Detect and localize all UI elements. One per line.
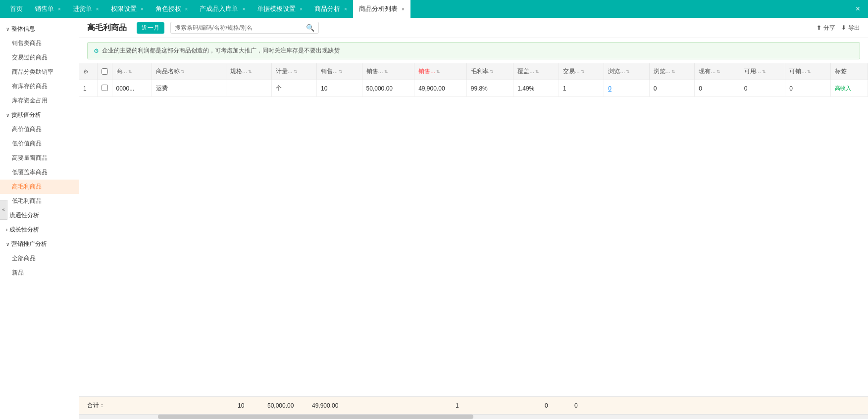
- sidebar-item-inventory-capital[interactable]: 库存资金占用: [0, 93, 79, 108]
- info-bar: ⚙ 企业的主要的利润都是这部分商品创造的，可考虑加大推广，同时关注库存是不要出现…: [87, 42, 860, 59]
- sidebar-item-high-value[interactable]: 高价值商品: [0, 122, 79, 137]
- sidebar-group-growth[interactable]: › 成长性分析: [0, 223, 79, 237]
- footer-browse2: [511, 402, 541, 409]
- cell-sales-qty: 10: [317, 80, 362, 97]
- cell-gross-margin: 99.8%: [466, 80, 513, 97]
- col-sales-qty[interactable]: 销售... ⇅: [317, 63, 362, 80]
- cell-coverage: 1.49%: [513, 80, 559, 97]
- nav-product-analysis-list[interactable]: 商品分析列表 ×: [353, 0, 410, 18]
- nav-product-inbound[interactable]: 产成品入库单 ×: [194, 0, 251, 18]
- col-unit[interactable]: 计量... ⇅: [271, 63, 317, 80]
- sidebar-item-category-rate[interactable]: 商品分类助销率: [0, 65, 79, 79]
- sidebar-item-high-margin[interactable]: 高毛利商品: [0, 180, 79, 194]
- nav-purchase-order[interactable]: 进货单 ×: [67, 0, 105, 18]
- cell-unit: 个: [271, 80, 317, 97]
- sidebar-group-overview[interactable]: ∨ 整体信息: [0, 22, 79, 36]
- nav-sales-order[interactable]: 销售单 ×: [29, 0, 67, 18]
- bottom-scrollbar[interactable]: [79, 414, 868, 419]
- col-name[interactable]: 商品名称 ⇅: [152, 63, 226, 80]
- col-sales-cost[interactable]: 销售... ⇅: [414, 63, 467, 80]
- sort-icon: ⇅: [248, 69, 252, 74]
- cell-checkbox[interactable]: [97, 80, 112, 97]
- footer-current-stock: 0: [541, 402, 570, 409]
- col-spec[interactable]: 规格... ⇅: [226, 63, 272, 80]
- nav-product-analysis[interactable]: 商品分析 ×: [308, 0, 353, 18]
- sort-icon: ⇅: [181, 69, 185, 74]
- sort-icon: ⇅: [384, 69, 388, 74]
- col-settings[interactable]: ⚙: [79, 63, 97, 80]
- close-icon[interactable]: ×: [58, 6, 61, 12]
- share-button[interactable]: ⬆ 分享: [817, 24, 835, 32]
- info-icon: ⚙: [94, 47, 99, 54]
- sort-icon: ⇅: [294, 69, 298, 74]
- close-icon[interactable]: ×: [141, 6, 144, 12]
- footer-bar: 合计： 10 50,000.00 49,900.00 1 0 0: [79, 396, 868, 414]
- nav-permission-settings[interactable]: 权限设置 ×: [105, 0, 150, 18]
- sidebar-item-all-products[interactable]: 全部商品: [0, 251, 79, 266]
- sidebar-item-sales-products[interactable]: 销售类商品: [0, 36, 79, 50]
- chevron-down-icon: ∨: [6, 241, 9, 247]
- recent-month-button[interactable]: 近一月: [137, 22, 164, 34]
- sidebar-group-liquidity[interactable]: › 流通性分析: [0, 208, 79, 223]
- sort-icon: ⇅: [436, 69, 440, 74]
- close-icon[interactable]: ×: [96, 6, 99, 12]
- footer-available: 0: [570, 402, 600, 409]
- top-navigation: 首页 销售单 × 进货单 × 权限设置 × 角色授权 × 产成品入库单 × 单据…: [0, 0, 868, 18]
- col-coverage[interactable]: 覆盖... ⇅: [513, 63, 559, 80]
- col-checkbox[interactable]: [97, 63, 112, 80]
- col-available[interactable]: 可用... ⇅: [740, 63, 785, 80]
- scrollbar-thumb[interactable]: [158, 415, 473, 419]
- cell-browse1[interactable]: 0: [604, 80, 650, 97]
- col-browse2[interactable]: 浏览... ⇅: [649, 63, 695, 80]
- col-transaction[interactable]: 交易... ⇅: [559, 63, 604, 80]
- sort-icon: ⇅: [535, 69, 539, 74]
- sidebar-item-low-margin[interactable]: 低毛利商品: [0, 194, 79, 208]
- col-sales-amount[interactable]: 销售... ⇅: [362, 63, 414, 80]
- nav-template-settings[interactable]: 单据模板设置 ×: [251, 0, 308, 18]
- chevron-down-icon: ∨: [6, 112, 9, 118]
- nav-role-auth[interactable]: 角色授权 ×: [150, 0, 194, 18]
- export-icon: ⬇: [841, 24, 846, 31]
- sort-icon: ⇅: [490, 69, 494, 74]
- select-all-checkbox[interactable]: [102, 68, 108, 75]
- sidebar-collapse-button[interactable]: «: [0, 200, 7, 220]
- row-checkbox[interactable]: [102, 85, 108, 91]
- cell-sales-cost: 49,900.00: [414, 80, 467, 97]
- sidebar-item-high-coverage[interactable]: 高要量窗商品: [0, 151, 79, 165]
- sidebar-item-low-value[interactable]: 低价值商品: [0, 137, 79, 151]
- close-icon[interactable]: ×: [242, 6, 245, 12]
- sidebar-group-contribution[interactable]: ∨ 贡献值分析: [0, 108, 79, 122]
- sidebar-item-traded-products[interactable]: 交易过的商品: [0, 50, 79, 65]
- col-tag[interactable]: 标签: [830, 63, 868, 80]
- search-icon[interactable]: 🔍: [306, 24, 314, 32]
- col-code[interactable]: 商... ⇅: [112, 63, 152, 80]
- cell-spec: [226, 80, 272, 97]
- sidebar-item-in-stock[interactable]: 有库存的商品: [0, 79, 79, 93]
- sort-icon: ⇅: [581, 69, 585, 74]
- export-button[interactable]: ⬇ 导出: [841, 24, 860, 32]
- col-browse1[interactable]: 浏览... ⇅: [604, 63, 650, 80]
- close-icon[interactable]: ×: [402, 6, 405, 12]
- table-row: 1 0000... 运费 个 10 50,000.00 49,900.00 99…: [79, 80, 868, 97]
- col-saleable[interactable]: 可销... ⇅: [785, 63, 831, 80]
- footer-spacer1: [115, 402, 234, 409]
- page-title: 高毛利商品: [87, 23, 127, 33]
- cell-browse2: 0: [649, 80, 695, 97]
- col-current-stock[interactable]: 现有... ⇅: [695, 63, 740, 80]
- sidebar-group-marketing[interactable]: ∨ 营销推广分析: [0, 237, 79, 251]
- cell-saleable: 0: [785, 80, 831, 97]
- main-layout: « ∨ 整体信息 销售类商品 交易过的商品 商品分类助销率 有库存的商品 库存资…: [0, 18, 868, 419]
- close-icon[interactable]: ×: [344, 6, 347, 12]
- col-gross-margin[interactable]: 毛利率 ⇅: [466, 63, 513, 80]
- sidebar-item-low-coverage[interactable]: 低覆盖率商品: [0, 165, 79, 180]
- close-icon[interactable]: ×: [300, 6, 303, 12]
- search-input[interactable]: [175, 24, 304, 31]
- cell-code: 0000...: [112, 80, 152, 97]
- close-icon[interactable]: ×: [185, 6, 188, 12]
- cell-available: 0: [740, 80, 785, 97]
- sidebar-item-new-products[interactable]: 新品: [0, 266, 79, 280]
- table-container[interactable]: ⚙ 商... ⇅ 商品名称: [79, 63, 868, 396]
- sort-icon: ⇅: [626, 69, 630, 74]
- nav-home[interactable]: 首页: [4, 0, 29, 18]
- window-close-button[interactable]: ×: [852, 4, 864, 13]
